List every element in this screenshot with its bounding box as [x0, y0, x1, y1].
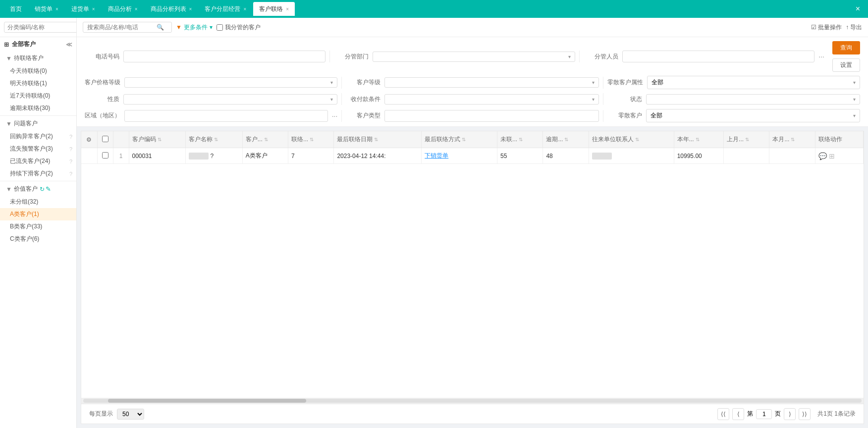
- th-person[interactable]: 往来单位联系人 ⇅: [589, 131, 674, 148]
- query-button[interactable]: 查询: [832, 41, 860, 54]
- message-icon[interactable]: 💬: [818, 152, 827, 160]
- payment-select[interactable]: ▾: [384, 94, 598, 105]
- sidebar-item-ungrouped[interactable]: 未分组(32): [0, 196, 76, 208]
- nav-tab-analysis[interactable]: 商品分析 ×: [102, 2, 144, 16]
- last-page-button[interactable]: ⟩⟩: [799, 408, 811, 420]
- close-icon[interactable]: ×: [243, 6, 246, 12]
- th-this-year[interactable]: 本年... ⇅: [674, 131, 723, 148]
- window-close-button[interactable]: ×: [852, 4, 864, 13]
- th-last-method[interactable]: 最后联络方式 ⇅: [422, 131, 497, 148]
- row-checkbox[interactable]: [97, 148, 113, 164]
- qrcode-icon[interactable]: ⊞: [829, 152, 835, 160]
- th-checkbox[interactable]: [97, 131, 113, 148]
- th-last-date[interactable]: 最后联络日期 ⇅: [334, 131, 422, 148]
- filter-search-input[interactable]: [87, 24, 157, 31]
- page-label: 第: [747, 410, 753, 418]
- nav-tab-customer-contact[interactable]: 客户联络 ×: [253, 2, 295, 16]
- sidebar-item-continue-lost[interactable]: 持续下滑客户(2) ?: [0, 167, 76, 180]
- chevron-down-icon: ▾: [853, 97, 856, 102]
- area-input[interactable]: [124, 110, 328, 122]
- nav-tab-purchase[interactable]: 进货单 ×: [65, 2, 101, 16]
- horizontal-scrollbar[interactable]: [81, 398, 864, 404]
- th-code[interactable]: 客户编码 ⇅: [129, 131, 186, 148]
- nav-tab-analysis-list[interactable]: 商品分析列表 ×: [145, 2, 198, 16]
- person-input[interactable]: [622, 51, 815, 62]
- sidebar-item-c-group[interactable]: C类客户(6): [0, 233, 76, 245]
- more-icon[interactable]: ···: [818, 53, 824, 60]
- dept-select[interactable]: ▾: [373, 52, 575, 62]
- phone-input[interactable]: [123, 51, 326, 62]
- dept-label: 分管部门: [334, 53, 369, 61]
- page-number-input[interactable]: [756, 409, 772, 419]
- sidebar-search-area: 🔍: [0, 18, 76, 37]
- page-suffix: 页: [775, 410, 781, 418]
- scrollbar-thumb[interactable]: [108, 399, 306, 403]
- value-customer-group[interactable]: ▼ 价值客户 ↻ ✎: [0, 182, 76, 196]
- my-customer-checkbox[interactable]: 我分管的客户: [217, 23, 261, 32]
- nav-tab-home[interactable]: 首页: [4, 2, 28, 16]
- refresh-icon[interactable]: ↻: [40, 186, 45, 193]
- sidebar-item-a-group[interactable]: A类客户(1): [0, 208, 76, 220]
- nav-tab-sales[interactable]: 销货单 ×: [29, 2, 64, 16]
- th-name[interactable]: 客户名称 ⇅: [186, 131, 243, 148]
- sidebar-item-repeat[interactable]: 回购异常客户(2) ?: [0, 130, 76, 143]
- settings-button[interactable]: 设置: [832, 58, 860, 72]
- batch-op-button[interactable]: ☑ 批量操作: [811, 23, 842, 32]
- sidebar-item-near7[interactable]: 近7天待联络(0): [0, 90, 76, 102]
- sidebar-item-lost[interactable]: 已流失客户(24) ?: [0, 155, 76, 167]
- sidebar-item-today[interactable]: 今天待联络(0): [0, 65, 76, 77]
- close-icon[interactable]: ×: [92, 6, 95, 12]
- select-all-checkbox[interactable]: [102, 136, 108, 142]
- table-wrapper[interactable]: ⚙ 客户编码 ⇅: [81, 131, 864, 398]
- customer-level-select[interactable]: ▾: [384, 77, 598, 88]
- th-contact[interactable]: 联络... ⇅: [288, 131, 334, 148]
- th-overdue[interactable]: 逾期... ⇅: [543, 131, 589, 148]
- retail-customer-select[interactable]: 全部 ▾: [646, 109, 860, 122]
- sidebar-item-lost-pre[interactable]: 流失预警客户(3) ?: [0, 143, 76, 155]
- price-level-select[interactable]: ▾: [124, 77, 337, 88]
- all-customer-header[interactable]: ⊞ 全部客户 ≪: [0, 37, 76, 52]
- row-last-method[interactable]: 下销货单: [422, 148, 497, 164]
- prev-page-button[interactable]: ⟨: [732, 408, 744, 420]
- th-this-month[interactable]: 本月... ⇅: [769, 131, 815, 148]
- page-size-select[interactable]: 50 100: [117, 409, 144, 420]
- retail-customer-value: 全部: [651, 111, 662, 120]
- first-page-button[interactable]: ⟨⟨: [717, 408, 729, 420]
- next-page-button[interactable]: ⟩: [784, 408, 796, 420]
- area-more-icon[interactable]: ···: [332, 112, 338, 120]
- close-icon[interactable]: ×: [189, 6, 192, 12]
- more-filter-button[interactable]: ▼ 更多条件 ▾: [176, 23, 213, 32]
- row-overdue: 48: [543, 148, 589, 164]
- export-button[interactable]: ↑ 导出: [846, 23, 862, 32]
- customer-type-input[interactable]: [384, 110, 598, 122]
- status-select[interactable]: ▾: [646, 94, 860, 105]
- filter-cell-retail-customer: 零散客户 全部 ▾: [607, 109, 860, 122]
- sidebar-item-b-group[interactable]: B类客户(33): [0, 220, 76, 233]
- gear-icon[interactable]: ⚙: [86, 136, 92, 143]
- close-icon[interactable]: ×: [135, 6, 138, 12]
- problem-customer-group[interactable]: ▼ 问题客户: [0, 117, 76, 130]
- sidebar-item-tomorrow[interactable]: 明天待联络(1): [0, 77, 76, 90]
- th-no-contact[interactable]: 未联... ⇅: [497, 131, 543, 148]
- last-method-link[interactable]: 下销货单: [425, 152, 448, 159]
- th-last-month[interactable]: 上月... ⇅: [724, 131, 769, 148]
- close-icon[interactable]: ×: [286, 6, 289, 12]
- sidebar-search-input[interactable]: [4, 22, 77, 33]
- retail-attr-label: 零散客户属性: [607, 78, 643, 87]
- my-customer-check[interactable]: [217, 24, 223, 31]
- nav-tab-customer-segment[interactable]: 客户分层经营 ×: [199, 2, 252, 16]
- edit-icon[interactable]: ✎: [46, 185, 51, 193]
- th-level[interactable]: 客户... ⇅: [242, 131, 288, 148]
- pending-contact-group[interactable]: ▼ 待联络客户: [0, 52, 76, 65]
- filter-row-3: 性质 ▾ 收付款条件 ▾ 状态: [85, 93, 860, 105]
- close-icon[interactable]: ×: [55, 6, 58, 12]
- action-icons: 💬 ⊞: [818, 152, 860, 160]
- retail-attr-select[interactable]: 全部 ▾: [647, 76, 860, 89]
- problem-label: 问题客户: [14, 119, 38, 128]
- th-settings[interactable]: ⚙: [81, 131, 97, 148]
- table-body: 1 000031 Ea ? A类客户: [81, 148, 864, 164]
- filter-search-icon[interactable]: 🔍: [157, 24, 164, 31]
- gender-select[interactable]: ▾: [123, 94, 337, 105]
- sidebar-item-overdue[interactable]: 逾期未联络(30): [0, 102, 76, 114]
- row-check[interactable]: [102, 152, 108, 159]
